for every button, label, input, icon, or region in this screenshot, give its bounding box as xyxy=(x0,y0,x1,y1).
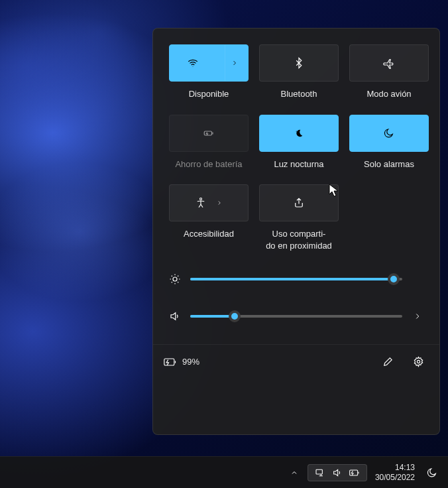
tile-nightlight-wrap: Luz nocturna xyxy=(259,115,339,170)
tile-airplane[interactable] xyxy=(349,44,429,82)
battery-saver-icon xyxy=(203,127,215,139)
tile-bluetooth-wrap: Bluetooth xyxy=(259,44,339,100)
chevron-right-icon xyxy=(216,200,223,206)
tile-accessibility-label: Accesibilidad xyxy=(167,228,251,240)
svg-point-0 xyxy=(193,66,194,67)
tray-overflow-button[interactable] xyxy=(286,465,302,481)
moon-icon xyxy=(383,127,395,139)
volume-icon xyxy=(169,310,181,322)
tile-focus-wrap: Solo alarmas xyxy=(349,115,429,170)
volume-output-chevron[interactable] xyxy=(412,310,423,322)
share-icon xyxy=(293,197,305,209)
panel-footer: 99% xyxy=(153,344,439,379)
moon-icon xyxy=(426,467,438,479)
brightness-icon xyxy=(169,273,181,285)
tile-nightlight[interactable] xyxy=(259,115,339,152)
svg-rect-1 xyxy=(204,131,211,135)
tile-airplane-label: Modo avión xyxy=(347,88,431,100)
svg-point-7 xyxy=(417,361,420,363)
volume-tray-icon xyxy=(332,467,343,478)
tile-wifi-wrap: Disponible xyxy=(169,44,249,100)
settings-button[interactable] xyxy=(408,351,429,373)
wifi-icon xyxy=(187,57,199,69)
tile-nightlight-label: Luz nocturna xyxy=(257,158,341,170)
chevron-right-icon xyxy=(412,312,423,321)
battery-status[interactable]: 99% xyxy=(164,357,199,367)
svg-rect-9 xyxy=(350,470,358,475)
tile-battery-saver xyxy=(169,115,249,152)
svg-point-3 xyxy=(297,134,298,135)
brightness-fill xyxy=(190,278,394,280)
quick-settings-tiles: Disponible Bluetooth Modo avión Ahorro d… xyxy=(153,29,439,255)
volume-row xyxy=(169,298,423,335)
brightness-slider[interactable] xyxy=(190,274,402,284)
volume-thumb xyxy=(229,310,241,322)
taskbar-clock[interactable]: 14:13 30/05/2022 xyxy=(372,463,418,483)
tile-focus[interactable] xyxy=(349,115,429,152)
airplane-icon xyxy=(383,57,395,69)
tile-bluetooth[interactable] xyxy=(259,44,339,82)
tile-wifi[interactable] xyxy=(169,44,249,82)
accessibility-icon xyxy=(195,197,207,209)
quick-settings-panel: Disponible Bluetooth Modo avión Ahorro d… xyxy=(152,28,440,435)
tile-battery-saver-wrap: Ahorro de batería xyxy=(169,115,249,170)
tile-battery-saver-label: Ahorro de batería xyxy=(167,158,251,170)
volume-fill xyxy=(190,315,235,318)
notification-center-button[interactable] xyxy=(423,467,441,479)
pencil-icon xyxy=(382,356,394,367)
chevron-up-icon xyxy=(290,469,298,477)
svg-point-2 xyxy=(296,131,297,131)
svg-rect-8 xyxy=(316,469,322,474)
tile-nearbyshare-label: Uso comparti- do en proximidad xyxy=(257,228,341,251)
tile-focus-label: Solo alarmas xyxy=(347,158,431,170)
tile-accessibility[interactable] xyxy=(169,184,249,221)
tile-wifi-label: Disponible xyxy=(167,88,251,100)
brightness-row xyxy=(169,261,423,298)
taskbar: 14:13 30/05/2022 xyxy=(0,456,448,488)
svg-point-4 xyxy=(200,198,202,200)
gear-icon xyxy=(413,356,424,367)
battery-icon xyxy=(164,357,177,367)
svg-point-5 xyxy=(173,277,177,281)
brightness-thumb xyxy=(388,273,400,285)
tile-bluetooth-label: Bluetooth xyxy=(257,88,341,100)
svg-rect-6 xyxy=(164,359,174,365)
footer-actions xyxy=(377,351,429,373)
sliders-area xyxy=(153,255,439,344)
tile-airplane-wrap: Modo avión xyxy=(349,44,429,100)
chevron-right-icon xyxy=(231,59,239,67)
taskbar-date: 30/05/2022 xyxy=(375,473,415,483)
battery-tray-icon xyxy=(349,467,360,478)
system-tray[interactable] xyxy=(308,464,367,481)
edit-quick-settings-button[interactable] xyxy=(377,351,398,373)
tile-nearbyshare[interactable] xyxy=(259,184,339,221)
volume-slider[interactable] xyxy=(190,311,402,322)
nightlight-icon xyxy=(293,127,305,139)
tile-accessibility-wrap: Accesibilidad xyxy=(169,184,249,251)
network-icon xyxy=(315,467,325,478)
tile-nearbyshare-wrap: Uso comparti- do en proximidad xyxy=(259,184,339,251)
taskbar-time: 14:13 xyxy=(375,463,415,473)
battery-percent: 99% xyxy=(182,357,199,367)
bluetooth-icon xyxy=(293,57,305,69)
